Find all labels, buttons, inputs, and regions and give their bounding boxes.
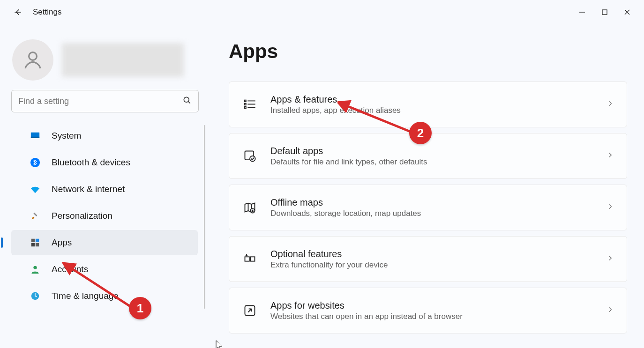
monitor-icon bbox=[30, 131, 40, 141]
card-apps-for-websites[interactable]: Apps for websites Websites that can open… bbox=[229, 288, 627, 333]
svg-rect-15 bbox=[36, 243, 39, 246]
apps-websites-icon bbox=[242, 303, 257, 318]
sidebar-item-network[interactable]: Network & internet bbox=[11, 177, 198, 202]
apps-icon bbox=[30, 237, 40, 248]
default-apps-icon bbox=[242, 148, 257, 163]
chevron-right-icon bbox=[607, 99, 614, 110]
wifi-icon bbox=[30, 184, 40, 194]
profile-section[interactable] bbox=[0, 26, 210, 90]
svg-rect-9 bbox=[31, 137, 39, 138]
sidebar: System Bluetooth & devices Network & int… bbox=[0, 24, 210, 348]
list-icon bbox=[242, 97, 257, 112]
search-icon bbox=[182, 96, 192, 107]
card-optional-features[interactable]: Optional features Extra functionality fo… bbox=[229, 236, 627, 282]
svg-rect-2 bbox=[602, 10, 607, 15]
titlebar: Settings bbox=[0, 0, 644, 24]
svg-rect-28 bbox=[250, 257, 255, 261]
card-apps-features[interactable]: Apps & features Installed apps, app exec… bbox=[229, 81, 627, 127]
svg-rect-19 bbox=[244, 104, 246, 105]
paintbrush-icon bbox=[30, 211, 40, 221]
card-title: Offline maps bbox=[270, 197, 607, 208]
card-desc: Extra functionality for your device bbox=[270, 260, 607, 270]
sidebar-item-bluetooth[interactable]: Bluetooth & devices bbox=[11, 150, 198, 175]
bluetooth-icon bbox=[30, 157, 40, 168]
card-offline-maps[interactable]: Offline maps Downloads, storage location… bbox=[229, 185, 627, 230]
svg-rect-12 bbox=[31, 239, 35, 242]
sidebar-item-personalization[interactable]: Personalization bbox=[11, 203, 198, 229]
minimize-button[interactable] bbox=[571, 3, 593, 22]
svg-point-6 bbox=[184, 97, 189, 102]
card-title: Apps & features bbox=[270, 94, 607, 105]
sidebar-item-label: Accounts bbox=[52, 264, 88, 274]
sidebar-item-label: Personalization bbox=[52, 211, 112, 221]
svg-rect-11 bbox=[33, 213, 37, 216]
window-controls bbox=[571, 3, 638, 22]
app-title: Settings bbox=[33, 7, 61, 17]
svg-line-7 bbox=[188, 102, 190, 104]
svg-rect-20 bbox=[244, 107, 246, 109]
svg-rect-27 bbox=[245, 257, 249, 261]
svg-rect-14 bbox=[31, 243, 35, 246]
annotation-badge-2: 2 bbox=[409, 122, 432, 144]
sidebar-item-system[interactable]: System bbox=[11, 123, 198, 148]
optional-features-icon bbox=[242, 252, 257, 267]
chevron-right-icon bbox=[607, 253, 614, 265]
clock-globe-icon bbox=[30, 291, 40, 301]
sidebar-item-accounts[interactable]: Accounts bbox=[11, 257, 198, 282]
chevron-right-icon bbox=[607, 305, 614, 316]
sidebar-item-label: System bbox=[52, 131, 81, 141]
card-title: Apps for websites bbox=[270, 300, 607, 311]
cursor-icon bbox=[216, 340, 224, 348]
card-desc: Defaults for file and link types, other … bbox=[270, 157, 607, 167]
card-desc: Installed apps, app execution aliases bbox=[270, 106, 607, 115]
search-box[interactable] bbox=[11, 90, 199, 112]
sidebar-item-label: Network & internet bbox=[52, 184, 125, 194]
chevron-right-icon bbox=[607, 202, 614, 213]
svg-rect-13 bbox=[36, 239, 39, 242]
content-area: Apps Apps & features Installed apps, app… bbox=[210, 24, 644, 348]
close-button[interactable] bbox=[616, 3, 638, 22]
nav-list: System Bluetooth & devices Network & int… bbox=[0, 123, 210, 309]
sidebar-item-label: Time & language bbox=[52, 291, 119, 301]
sidebar-item-label: Bluetooth & devices bbox=[52, 157, 130, 168]
card-desc: Downloads, storage location, map updates bbox=[270, 209, 607, 218]
svg-rect-18 bbox=[244, 100, 246, 102]
card-desc: Websites that can open in an app instead… bbox=[270, 312, 607, 321]
sidebar-item-time-language[interactable]: Time & language bbox=[11, 283, 198, 309]
card-title: Optional features bbox=[270, 249, 607, 259]
sidebar-item-label: Apps bbox=[52, 237, 72, 248]
nav-scrollbar[interactable] bbox=[204, 125, 205, 309]
map-icon bbox=[242, 200, 257, 215]
svg-point-16 bbox=[33, 266, 37, 269]
card-title: Default apps bbox=[270, 146, 607, 156]
profile-info-blurred bbox=[62, 43, 184, 77]
settings-cards: Apps & features Installed apps, app exec… bbox=[229, 81, 627, 333]
sidebar-item-apps[interactable]: Apps bbox=[11, 230, 198, 255]
page-title: Apps bbox=[229, 40, 627, 63]
avatar bbox=[12, 39, 53, 81]
annotation-badge-1: 1 bbox=[129, 297, 151, 319]
search-input[interactable] bbox=[18, 96, 182, 106]
back-button[interactable] bbox=[13, 7, 22, 17]
maximize-button[interactable] bbox=[593, 3, 616, 22]
svg-point-5 bbox=[29, 52, 37, 60]
chevron-right-icon bbox=[607, 150, 614, 162]
person-icon bbox=[30, 264, 40, 274]
